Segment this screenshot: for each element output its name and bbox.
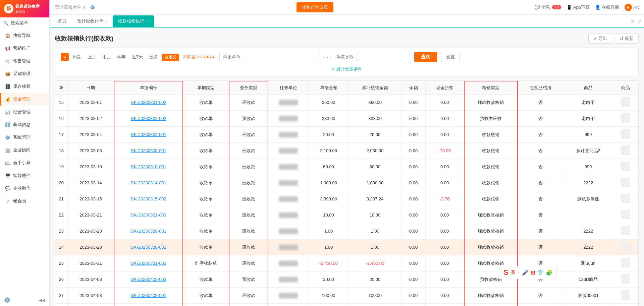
tab-collection[interactable]: 收款核销执行 × bbox=[113, 15, 154, 27]
cell-no: 23 bbox=[55, 223, 67, 239]
cell-settled: 否 bbox=[518, 288, 564, 304]
cell-bill-type: 收款单 bbox=[183, 175, 229, 191]
sidebar-item-purchase[interactable]: 📦 采购管理 bbox=[0, 67, 49, 80]
sidebar-item-base[interactable]: ℹ️ 基础信息 bbox=[0, 118, 49, 131]
col-verified[interactable]: 累计核销金额 bbox=[348, 81, 401, 95]
table-row: 23 2023-03-28 SK-20230328-001 收款单 应收款 ██… bbox=[55, 223, 638, 239]
sidebar-item-quicknav[interactable]: 🏠 快捷导航 bbox=[0, 29, 49, 42]
query-button[interactable]: 查询 bbox=[414, 52, 437, 62]
cell-unit: ██████ bbox=[268, 111, 309, 127]
cell-balance: 0.00 bbox=[401, 207, 425, 223]
user-item[interactable]: R Rit bbox=[625, 4, 639, 11]
sidebar-item-finance[interactable]: 💰 资金管理 bbox=[0, 93, 49, 106]
cell-verified: 1,000.00 bbox=[348, 175, 401, 191]
collapse-icon[interactable]: ◀◀ bbox=[39, 298, 45, 303]
filter-expand-button[interactable]: » bbox=[61, 53, 69, 61]
cell-verify-type: 预收中应收 bbox=[464, 111, 518, 127]
sidebar-item-operation[interactable]: 📊 经营管理 bbox=[0, 106, 49, 118]
sidebar-item-member[interactable]: V 畅会员 bbox=[0, 195, 49, 207]
app-download-item[interactable]: 📱 App下载 bbox=[567, 4, 590, 10]
sidebar-item-hardware[interactable]: 🖥️ 智能硬件 bbox=[0, 169, 49, 182]
cell-verified: 20.00 bbox=[348, 127, 401, 143]
solution-button[interactable]: 体验行业方案 bbox=[297, 2, 333, 12]
topbar-gear-icon[interactable]: ⚙️ bbox=[90, 5, 95, 10]
cell-date: 2023-03-02 bbox=[67, 111, 114, 127]
cell-bill-type: 收款单 bbox=[183, 223, 229, 239]
sidebar-item-sales[interactable]: 🛒 销售管理 bbox=[0, 55, 49, 67]
date-btn-more[interactable]: 更多 bbox=[147, 53, 160, 61]
col-amount[interactable]: 单据金额 bbox=[309, 81, 348, 95]
settings-icon[interactable]: ⚙️ bbox=[4, 297, 11, 303]
col-verify-type[interactable]: 核销类型 bbox=[464, 81, 518, 95]
filter-dots[interactable]: ··· bbox=[324, 54, 332, 61]
export-icon: ↗ bbox=[593, 36, 597, 41]
expand-more-link[interactable]: ∨ 展开更多条件 bbox=[331, 66, 363, 72]
col-settled[interactable]: 包含已结清 bbox=[518, 81, 564, 95]
page-header: 收款核销执行(按收款) ↗ 导出 ↺ 刷新 bbox=[55, 34, 639, 44]
cell-goods2 bbox=[613, 191, 638, 207]
sidebar-search-item[interactable]: 🔍 搜索菜单 bbox=[0, 17, 49, 29]
cell-amount: 2,100.00 bbox=[309, 143, 348, 159]
filter-settings-button[interactable]: 设置 bbox=[441, 52, 460, 62]
cell-goods1: 多计量商品2 bbox=[564, 143, 613, 159]
col-goods1[interactable]: 商品 bbox=[564, 81, 613, 95]
col-discount[interactable]: 现金折扣 bbox=[425, 81, 464, 95]
sales-icon: 🛒 bbox=[5, 59, 10, 64]
cell-biz-type: 应收款 bbox=[229, 95, 268, 111]
col-settings[interactable]: ⚙ bbox=[55, 81, 67, 95]
cell-settled: 否 bbox=[518, 304, 564, 306]
cell-verify-type: 预收款核销 bbox=[464, 271, 518, 288]
cell-settled: 否 bbox=[518, 143, 564, 159]
member-icon: V bbox=[5, 199, 10, 204]
col-date[interactable]: 日期 bbox=[67, 81, 114, 95]
cell-bill-no: SK-20230328-002 bbox=[114, 239, 183, 255]
cell-settled: 否 bbox=[518, 175, 564, 191]
type-select[interactable] bbox=[357, 53, 410, 61]
sidebar-item-wechat[interactable]: 💬 企业微信 bbox=[0, 182, 49, 195]
refresh-button[interactable]: ↺ 刷新 bbox=[615, 34, 639, 44]
col-bill-no[interactable]: 单据编号 bbox=[114, 81, 183, 95]
notifications-item[interactable]: 💬 消息 99+ bbox=[535, 4, 561, 10]
col-balance[interactable]: 余额 bbox=[401, 81, 425, 95]
cell-bill-type: 红字收款单 bbox=[183, 255, 229, 271]
tab-home[interactable]: 首页 bbox=[52, 15, 72, 27]
sidebar-item-system[interactable]: ⚙️ 系统管理 bbox=[0, 131, 49, 144]
sidebar-item-marketing[interactable]: 📢 营销推广 bbox=[0, 42, 49, 55]
col-unit[interactable]: 往来单位 bbox=[268, 81, 309, 95]
cell-unit: ██████ bbox=[268, 191, 309, 207]
cell-date: 2023-03-21 bbox=[67, 207, 114, 223]
table-row: 18 2023-03-08 SK-20230308-001 收款单 应收款 ██… bbox=[55, 143, 638, 159]
online-service-item[interactable]: 👤 在线客服 bbox=[595, 4, 619, 10]
export-button[interactable]: ↗ 导出 bbox=[588, 34, 612, 44]
tab-close-collection[interactable]: × bbox=[146, 19, 148, 23]
custom-date-button[interactable]: 自定义 bbox=[162, 54, 179, 61]
date-btn-this-year[interactable]: 本年 bbox=[115, 53, 128, 61]
goods-thumbnail bbox=[621, 97, 630, 107]
cell-goods2 bbox=[613, 95, 638, 111]
tab-receivable[interactable]: 预计应收付单 × bbox=[72, 15, 113, 27]
cell-biz-type: 应收款 bbox=[229, 239, 268, 255]
date-btn-this-month[interactable]: 本月 bbox=[100, 53, 113, 61]
tab-expand-icon[interactable]: ⤢ bbox=[637, 18, 641, 24]
cell-date: 2023-03-04 bbox=[67, 127, 114, 143]
col-goods2[interactable]: 商品 bbox=[613, 81, 638, 95]
tab-close-receivable[interactable]: × bbox=[105, 19, 107, 23]
cell-goods2 bbox=[613, 288, 638, 304]
col-biz-type[interactable]: 业务类型 bbox=[229, 81, 268, 95]
logo-text: 畅康道好生意 标推版 bbox=[15, 4, 40, 14]
tab-close-all-icon[interactable]: ✕ bbox=[631, 18, 635, 24]
cell-bill-no: SK-20230302-002 bbox=[114, 111, 183, 127]
service-icon: 👤 bbox=[595, 5, 600, 10]
cell-goods2 bbox=[613, 127, 638, 143]
sidebar-item-enterprise[interactable]: 🏢 企业协同 bbox=[0, 144, 49, 157]
col-bill-type[interactable]: 单据类型 bbox=[183, 81, 229, 95]
sidebar-item-inventory[interactable]: 🗄️ 库存核算 bbox=[0, 80, 49, 93]
enterprise-icon: 🏢 bbox=[5, 148, 10, 153]
sidebar-item-guide[interactable]: 📖 新手引导 bbox=[0, 157, 49, 169]
table-body: 15 2023-03-01 SK-20230301-002 收款单 应收款 ██… bbox=[55, 95, 638, 306]
unit-input[interactable] bbox=[219, 53, 320, 61]
cell-verified: 2,030.00 bbox=[348, 143, 401, 159]
date-btn-7days[interactable]: 近7天 bbox=[130, 53, 145, 61]
date-btn-last-month[interactable]: 上月 bbox=[86, 53, 98, 61]
search-icon: 🔍 bbox=[3, 21, 9, 26]
